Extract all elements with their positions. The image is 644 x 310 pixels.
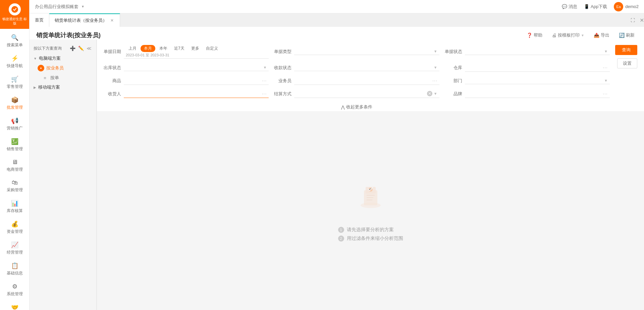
panel-icons: ➕ ✏️ ≪: [69, 45, 92, 52]
export-icon: 📤: [594, 33, 599, 38]
messages-btn[interactable]: 💬 消息: [562, 4, 577, 10]
field-item-staff: 业务员 ···: [274, 76, 439, 85]
settlement-control[interactable]: ✕ ▼: [294, 90, 439, 98]
empty-tip-2: 2 用过滤条件来缩小分析范围: [338, 236, 403, 242]
tree-child-pc: ● 按业务员 ≡ 按单: [30, 63, 96, 83]
date-tab-last-month[interactable]: 上月: [126, 45, 139, 52]
tab-maximize-btn[interactable]: ⛶: [627, 13, 638, 27]
filter-btns: 查询 设置: [610, 44, 637, 111]
help-btn[interactable]: ❓ 帮助: [524, 31, 545, 40]
doc-status-control[interactable]: ▼: [465, 48, 610, 55]
field-item-out-status: 出库状态 ▼: [104, 64, 269, 71]
add-scheme-btn[interactable]: ➕: [69, 45, 76, 52]
sidebar-item-system[interactable]: ⚙ 系统管理: [0, 279, 29, 300]
warehouse-control[interactable]: ···: [465, 63, 610, 72]
field-item-payment-status: 收款状态 ▼: [274, 64, 439, 71]
sidebar-item-marketing[interactable]: 📢 营销推广: [0, 114, 29, 135]
print-label: 按模板打印: [558, 32, 580, 38]
tree-arrow-down: ▼: [34, 57, 37, 60]
department-control[interactable]: ▼: [465, 77, 610, 84]
refresh-btn[interactable]: 🔄 刷新: [616, 31, 637, 40]
panel-title: 按以下方案查询: [34, 46, 62, 51]
goods-control[interactable]: ···: [124, 76, 269, 85]
tree-child-by-staff-label: 按业务员: [46, 65, 64, 71]
date-range-display: 2023-03-01 至 2023-03-31: [126, 53, 267, 58]
print-btn[interactable]: 🖨 按模板打印 ▼: [549, 31, 587, 40]
sidebar-item-label: 系统管理: [7, 291, 23, 297]
payment-status-control[interactable]: ▼: [294, 64, 439, 71]
title-dropdown-icon[interactable]: ▼: [81, 5, 85, 8]
department-label: 部门: [445, 78, 462, 84]
settlement-controls: ✕ ▼: [427, 91, 437, 96]
sidebar-item-sales[interactable]: 💹 销售管理: [0, 135, 29, 155]
sidebar-item-purchase[interactable]: 🛍 采购管理: [0, 176, 29, 196]
sidebar-item-operations[interactable]: 📈 经营管理: [0, 238, 29, 259]
date-tab-more[interactable]: 更多: [189, 45, 202, 52]
collapse-btn[interactable]: ⋀ 收起更多条件: [337, 103, 376, 111]
sidebar-item-basic[interactable]: 📋 基础信息: [0, 259, 29, 279]
brand-control[interactable]: ···: [465, 90, 610, 98]
collapse-row: ⋀ 收起更多条件: [104, 103, 610, 111]
collapse-panel-btn[interactable]: ≪: [86, 45, 92, 52]
sidebar-item-wholesale[interactable]: 📦 批发管理: [0, 93, 29, 114]
export-btn[interactable]: 📤 导出: [591, 31, 612, 40]
user-info[interactable]: Ea demo2: [614, 2, 639, 11]
field-item-doc-status: 单据状态 ▼: [445, 48, 610, 55]
sidebar-item-search[interactable]: 🔍 搜索菜单: [0, 31, 29, 51]
sidebar-item-retail[interactable]: 🛒 零售管理: [0, 72, 29, 93]
date-tab-this-month[interactable]: 本月: [141, 45, 155, 52]
goods-label: 商品: [104, 78, 121, 84]
page-header: 销货单统计表(按业务员) ❓ 帮助 🖨 按模板打印 ▼ 📤 导出 🔄 刷新: [30, 27, 644, 40]
date-tab-this-year[interactable]: 本年: [157, 45, 170, 52]
sidebar-item-quick-nav[interactable]: ⚡ 快捷导航: [0, 51, 29, 72]
date-tab-custom[interactable]: 自定义: [203, 45, 221, 52]
corp-icon: 🤝: [11, 304, 18, 310]
help-icon: ❓: [527, 33, 532, 38]
app-title: 办公用品行业模拟账套: [35, 4, 78, 10]
field-item-settlement: 结算方式 ✕ ▼: [274, 90, 439, 98]
settings-btn[interactable]: 设置: [617, 58, 637, 68]
sidebar-item-label: 库存核算: [7, 208, 23, 214]
help-label: 帮助: [534, 32, 542, 38]
tree-item-mobile[interactable]: ▶ 移动端方案: [30, 83, 96, 92]
staff-control[interactable]: ···: [294, 76, 439, 85]
print-dropdown-icon[interactable]: ▼: [581, 34, 584, 37]
receiver-dots-icon: ···: [262, 91, 267, 96]
tab-home[interactable]: 首页: [30, 13, 49, 27]
field-item-receiver: 收货人 ···: [104, 90, 269, 98]
settlement-clear-btn[interactable]: ✕: [427, 91, 432, 96]
sidebar-item-inventory[interactable]: 📊 库存核算: [0, 196, 29, 217]
sidebar-item-corp[interactable]: 🤝 企业协同: [0, 300, 29, 310]
close-window-icon: ✕: [640, 17, 644, 23]
system-icon: ⚙: [12, 283, 17, 290]
app-download-btn[interactable]: 📱 App下载: [584, 4, 607, 10]
field-item-warehouse: 仓库 ···: [445, 63, 610, 72]
sidebar-item-label: 销售管理: [7, 146, 23, 152]
sidebar: 畅捷通好生意 标版 🔍 搜索菜单 ⚡ 快捷导航 🛒 零售管理 📦 批发管理 📢 …: [0, 0, 30, 310]
sidebar-item-ecommerce[interactable]: 🖥 电商管理: [0, 155, 29, 176]
download-icon: 📱: [584, 4, 589, 9]
receiver-control[interactable]: ···: [124, 90, 269, 98]
tree-child-by-staff[interactable]: ● 按业务员: [38, 63, 96, 73]
tab-sales-stat[interactable]: 销货单统计表（按业务员） ✕: [49, 13, 120, 27]
out-status-control[interactable]: ▼: [124, 64, 269, 71]
search-icon: 🔍: [11, 34, 18, 41]
doc-date-control[interactable]: 上月 本月 本年 近7天 更多 自定义 2023-03-01 至 2023-03…: [124, 44, 269, 59]
logo-icon: [9, 3, 21, 15]
tip-text-2: 用过滤条件来缩小分析范围: [347, 236, 403, 242]
edit-scheme-btn[interactable]: ✏️: [77, 45, 85, 52]
empty-state: 1 请先选择要分析的方案 2 用过滤条件来缩小分析范围: [97, 160, 644, 262]
field-item-goods: 商品 ···: [104, 76, 269, 85]
filter-row-1: 单据日期 上月 本月 本年 近7天 更多 自定义: [104, 44, 610, 59]
active-dot: ●: [38, 65, 44, 71]
tab-close-window-btn[interactable]: ✕: [640, 13, 644, 27]
doc-type-label: 单据类型: [274, 49, 291, 55]
doc-type-control[interactable]: ▼: [294, 48, 439, 55]
query-btn[interactable]: 查询: [615, 45, 637, 55]
sub-item-by-order[interactable]: ≡ 按单: [38, 73, 96, 83]
sidebar-item-finance[interactable]: 💰 资金管理: [0, 217, 29, 238]
tree-item-pc[interactable]: ▼ 电脑端方案: [30, 54, 96, 63]
date-tab-7days[interactable]: 近7天: [171, 45, 187, 52]
tab-close-btn[interactable]: ✕: [110, 17, 114, 23]
field-item-doc-date: 单据日期 上月 本月 本年 近7天 更多 自定义: [104, 44, 269, 59]
